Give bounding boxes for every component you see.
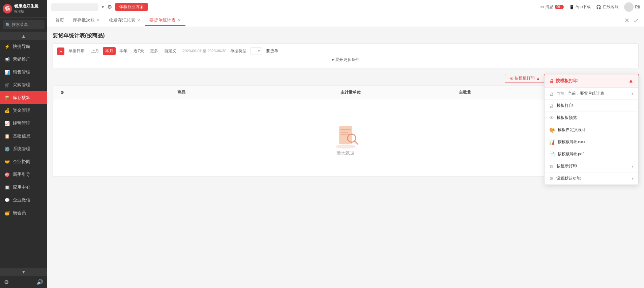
topbar-dropdown-button[interactable]: ▾ [102,5,104,9]
sidebar-search-area[interactable]: 🔍 搜索菜单 [0,18,47,32]
print-template-button[interactable]: 🖨 按模板打印 ▲ [505,74,545,83]
date-this-year[interactable]: 本年 [117,47,130,55]
filter-expand-button[interactable]: » [57,47,64,55]
empty-illustration [329,120,362,150]
print-dropdown-close-button[interactable]: ▲ [628,78,634,84]
filter-bar: » 单据日期 上月 本月 本年 近7天 更多 自定义 2023-06-01 至 … [53,43,639,68]
page-content: 要货单统计表(按商品) » 单据日期 上月 本月 本年 近7天 更多 自定义 2… [47,27,644,288]
sidebar-item-operations[interactable]: 📈 经营管理 [0,117,47,130]
sales-icon: 📊 [4,69,10,75]
tabs-right-controls: ✕ ⤢ [623,16,640,25]
date-filter-label: 单据日期 [68,48,85,54]
date-range-text: 2023-06-01 至 2023-06-30 [183,49,227,54]
print-chevron-icon: ▲ [536,76,540,81]
date-recent7[interactable]: 近7天 [131,47,146,55]
svg-rect-2 [341,129,351,130]
tabs-bar: 首页 库存批次账 × 收发存汇总表 × 要货单统计表 × ✕ ⤢ [47,14,644,27]
current-template-arrow: ▾ [632,91,634,96]
message-icon: ✉ [540,5,544,9]
sidebar-item-marketing[interactable]: 📢 营销推广 [0,53,47,66]
topbar-settings-button[interactable]: ⚙ [107,4,112,10]
print-template-design-item[interactable]: 🎨 模板自定义设计 [545,124,638,136]
current-template-icon: 🖨 [549,91,554,96]
date-prev-month[interactable]: 上月 [89,47,101,55]
tab-home[interactable]: 首页 [51,15,68,26]
svg-rect-4 [341,134,349,135]
print-dropdown: 🖨 按模板打印 ▲ 🖨 当前：当前：要货单统计表 ▾ 🖨 模板打印 👁 模板板预… [544,74,639,185]
date-this-month[interactable]: 本月 [103,47,116,55]
col-unit: 主计量单位 [296,90,406,95]
sidebar-item-inventory[interactable]: 📦 库存核算 [0,91,47,104]
main-content: ▾ ⚙ 体验行业方案 ✉ 消息 99+ 📱 App下载 🎧 在线客服 Rit [47,0,644,288]
sidebar-item-basic[interactable]: 📋 基础信息 [0,130,47,142]
online-service-button[interactable]: 🎧 在线客服 [596,4,619,10]
print-display-print-item[interactable]: 🖥 按显示打印 ▾ [545,160,638,172]
sidebar-item-guide[interactable]: 🎯 新手引导 [0,168,47,181]
print-dropdown-title: 🖨 按模板打印 [549,78,578,84]
sidebar-item-finance[interactable]: 💰 资金管理 [0,104,47,117]
wechat-icon: 💬 [4,197,10,203]
app-logo: 畅 畅康通好生意 标准版 [0,0,47,18]
print-default-function-item[interactable]: ⚙ 设置默认功能 ▾ [545,172,638,185]
print-export-excel-item[interactable]: 📊 按模板导出excel [545,136,638,148]
tab-order-stats-close[interactable]: × [177,18,181,23]
doc-type-label: 单据类型 [230,48,246,54]
svg-line-6 [355,141,358,144]
doc-type-select[interactable] [251,47,262,55]
export-pdf-icon: 📄 [549,152,555,157]
sidebar-item-purchase[interactable]: 🛒 采购管理 [0,78,47,91]
page-title: 要货单统计表(按商品) [53,32,639,39]
app-download-button[interactable]: 📱 App下载 [569,4,591,10]
tabs-close-button[interactable]: ✕ [623,16,631,25]
logo-text: 畅康通好生意 标准版 [14,3,38,14]
expand-more-button[interactable]: ▾ 展开更多条件 [332,57,359,63]
tab-order-stats[interactable]: 要货单统计表 × [145,15,185,26]
col-qty: 主数量 [410,90,520,95]
tab-receivables-close[interactable]: × [137,18,141,23]
system-icon: ⚙️ [4,146,10,152]
tab-receivables[interactable]: 收发存汇总表 × [105,15,145,26]
sidebar-item-system[interactable]: ⚙️ 系统管理 [0,142,47,155]
date-custom[interactable]: 自定义 [162,47,179,55]
tabs-maximize-button[interactable]: ⤢ [632,16,640,25]
user-avatar-area[interactable]: Rit [624,2,640,12]
tab-inventory-batch[interactable]: 库存批次账 × [69,15,104,26]
date-more[interactable]: 更多 [148,47,160,55]
print-export-pdf-item[interactable]: 📄 按模板导出pdf [545,148,638,160]
sidebar-item-quick-nav[interactable]: ⚡ 快捷导航 [0,40,47,53]
sidebar-item-apps[interactable]: 🔲 应用中心 [0,181,47,194]
print-template-preview-item[interactable]: 👁 模板板预览 [545,112,638,124]
messages-button[interactable]: ✉ 消息 99+ [540,4,564,10]
topbar-search-input[interactable] [51,3,98,11]
print-current-template[interactable]: 🖨 当前：当前：要货单统计表 ▾ [545,88,638,100]
print-template-print-item[interactable]: 🖨 模板打印 [545,100,638,112]
search-icon: 🔍 [5,23,10,27]
empty-text: 暂无数据 [337,150,354,156]
col-settings[interactable]: ⚙ [57,90,67,95]
basic-icon: 📋 [4,133,10,139]
goods-filter-label: 要货单 [266,48,278,54]
scroll-down-button[interactable]: ▼ [0,268,47,276]
sidebar-item-member[interactable]: 👑 畅会员 [0,206,47,219]
display-print-arrow: ▾ [632,164,634,169]
settings-footer-icon[interactable]: ⚙ [4,279,9,285]
finance-icon: 💰 [4,107,10,114]
search-menu-button[interactable]: 🔍 搜索菜单 [3,20,45,29]
sidebar-item-enterprise[interactable]: 🤝 企业协同 [0,155,47,168]
export-excel-icon: 📊 [549,139,555,145]
current-template-label: 当前：当前：要货单统计表 [557,91,629,96]
sidebar-item-wechat[interactable]: 💬 企业微信 [0,194,47,206]
sidebar-item-sales[interactable]: 📊 销售管理 [0,66,47,78]
audio-footer-icon[interactable]: 🔊 [36,279,43,285]
topbar-right: ✉ 消息 99+ 📱 App下载 🎧 在线客服 Rit [540,2,640,12]
template-preview-icon: 👁 [549,115,554,121]
member-icon: 👑 [4,210,10,216]
tab-inventory-batch-close[interactable]: × [96,18,100,23]
scroll-up-button[interactable]: ▲ [0,32,47,40]
svg-point-0 [335,145,356,149]
doc-type-select-wrap[interactable] [251,47,262,55]
marketing-icon: 📢 [4,56,10,62]
operations-icon: 📈 [4,120,10,126]
sidebar-footer: ⚙ 🔊 [0,276,47,288]
trial-btn[interactable]: 体验行业方案 [115,3,148,11]
